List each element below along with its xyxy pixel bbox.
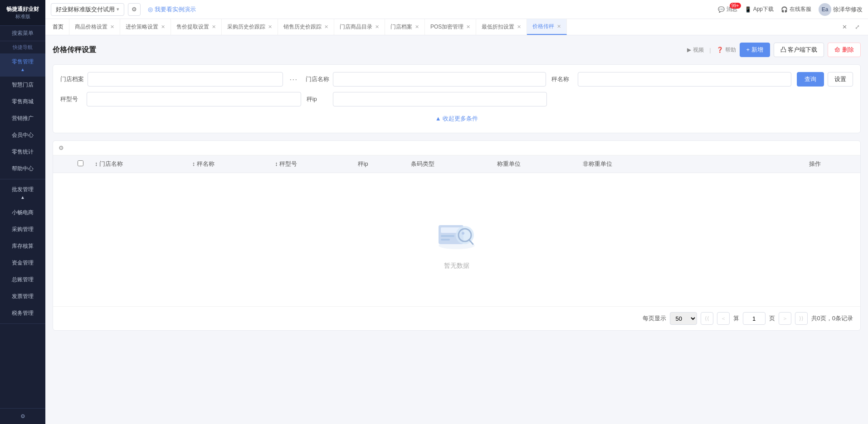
scale-ip-input[interactable] (333, 92, 547, 106)
filter-row-1: 门店档案 ··· 门店名称 秤名称 查询 设置 (60, 72, 853, 87)
next-page-btn[interactable]: ＞ (779, 312, 791, 325)
app-name: 畅捷通好业财 标准版 (4, 5, 42, 20)
tab-close-4[interactable]: ✕ (268, 24, 272, 30)
tab-0[interactable]: 首页 (47, 19, 69, 35)
caret-icon: ▲ (20, 67, 25, 72)
sidebar-item-10[interactable]: 库存核算 (0, 238, 45, 255)
version-caret-icon: ▾ (117, 6, 119, 12)
sidebar-item-4[interactable]: 会员中心 (0, 127, 45, 144)
sidebar: 畅捷通好业财 标准版 搜索菜单 快捷导航 零售管理▲智慧门店零售商城营销推广会员… (0, 0, 45, 424)
th-scale-model: ↕ 秤型号 (269, 155, 352, 173)
tab-5[interactable]: 销售历史价跟踪✕ (278, 19, 334, 35)
sidebar-item-14[interactable]: 税务管理 (0, 305, 45, 322)
sidebar-item-0[interactable]: 零售管理▲ (0, 53, 45, 77)
empty-state: 暂无数据 (53, 173, 860, 306)
store-archive-input[interactable] (88, 72, 283, 87)
pagination-bar: 每页显示 50 20 100 ⟨⟨ ＜ 算 页 ＞ ⟩⟩ 共0页，0条记录 (53, 306, 860, 330)
content-area: 价格传秤设置 ▶ 视频 | ❓ 帮助 + 新增 凸 客户端下载 命 (45, 35, 868, 424)
store-archive-dots[interactable]: ··· (287, 75, 300, 84)
svg-point-8 (462, 232, 464, 235)
sidebar-settings[interactable]: ⚙ (0, 408, 45, 424)
scale-model-input[interactable] (87, 92, 301, 106)
sidebar-item-13[interactable]: 发票管理 (0, 288, 45, 305)
sidebar-item-2[interactable]: 零售商城 (0, 93, 45, 110)
scale-model-label: 秤型号 (60, 95, 83, 103)
tab-4[interactable]: 采购历史价跟踪✕ (222, 19, 278, 35)
video-link[interactable]: ▶ 视频 (687, 46, 704, 54)
last-page-btn[interactable]: ⟩⟩ (795, 312, 808, 325)
tab-2[interactable]: 进价策略设置✕ (120, 19, 171, 35)
th-scale-name: ↕ 秤名称 (187, 155, 269, 173)
th-action: 操作 (804, 155, 860, 173)
tab-8[interactable]: POS加密管理✕ (425, 19, 476, 35)
collapse-filter-btn[interactable]: ▲ 收起更多条件 (60, 112, 853, 125)
demo-link[interactable]: ◎ 我要看实例演示 (148, 5, 196, 14)
store-name-input[interactable] (333, 72, 546, 87)
store-name-filter: 门店名称 (306, 72, 546, 87)
user-menu[interactable]: Ea 徐泽华修改 (819, 3, 863, 16)
add-button[interactable]: + 新增 (740, 43, 770, 57)
per-page-label: 每页显示 (643, 314, 666, 323)
tab-1[interactable]: 商品价格设置✕ (69, 19, 120, 35)
tab-10[interactable]: 价格传秤✕ (527, 19, 567, 35)
store-archive-filter: 门店档案 ··· (60, 72, 300, 87)
page-title: 价格传秤设置 (53, 45, 96, 55)
sidebar-item-12[interactable]: 总账管理 (0, 271, 45, 288)
sidebar-divider (0, 179, 45, 179)
scale-name-input[interactable] (578, 72, 791, 87)
tab-9[interactable]: 最低折扣设置✕ (476, 19, 527, 35)
tab-close-7[interactable]: ✕ (415, 24, 419, 30)
table-gear-icon[interactable]: ⚙ (59, 145, 64, 151)
search-menu[interactable]: 搜索菜单 (0, 26, 45, 41)
select-all-checkbox[interactable] (78, 160, 83, 166)
version-select[interactable]: 好业财标准版交付试用 ▾ (51, 3, 124, 16)
sidebar-item-7[interactable]: 批发管理▲ (0, 181, 45, 204)
message-button[interactable]: 💬 消息 99+ (718, 5, 737, 13)
sidebar-item-11[interactable]: 资金管理 (0, 255, 45, 271)
page-label: 算 (733, 314, 739, 323)
tab-close-8[interactable]: ✕ (466, 24, 470, 30)
tab-close-6[interactable]: ✕ (375, 24, 379, 30)
tab-close-10[interactable]: ✕ (557, 24, 561, 29)
tab-3[interactable]: 售价提取设置✕ (171, 19, 222, 35)
delete-button[interactable]: 命 删除 (828, 43, 861, 57)
sidebar-item-1[interactable]: 智慧门店 (0, 77, 45, 93)
scale-ip-filter: 秤ip (307, 92, 547, 106)
tab-7[interactable]: 门店档案✕ (385, 19, 425, 35)
sidebar-item-3[interactable]: 营销推广 (0, 110, 45, 127)
sidebar-item-6[interactable]: 帮助中心 (0, 160, 45, 177)
avatar: Ea (819, 3, 831, 16)
demo-icon: ◎ (148, 6, 153, 13)
topbar: 好业财标准版交付试用 ▾ ⚙ ◎ 我要看实例演示 💬 消息 99+ 📱 App下… (45, 0, 868, 19)
first-page-btn[interactable]: ⟨⟨ (701, 312, 713, 325)
tab-close-9[interactable]: ✕ (517, 24, 521, 30)
online-service-button[interactable]: 🎧 在线客服 (781, 5, 811, 13)
store-archive-label: 门店档案 (60, 75, 84, 83)
app-download-button[interactable]: 📱 App下载 (745, 5, 774, 13)
prev-page-btn[interactable]: ＜ (717, 312, 730, 325)
tab-close-3[interactable]: ✕ (212, 24, 216, 30)
help-link[interactable]: ❓ 帮助 (717, 46, 736, 54)
page-input[interactable] (743, 312, 766, 325)
quick-nav[interactable]: 快捷导航 (0, 41, 45, 53)
sidebar-item-8[interactable]: 小畅电商 (0, 204, 45, 221)
per-page-select[interactable]: 50 20 100 (670, 312, 697, 325)
video-icon: ▶ (687, 47, 691, 53)
tab-close-1[interactable]: ✕ (110, 24, 114, 30)
expand-tab-button[interactable]: ⤢ (852, 22, 863, 33)
download-button[interactable]: 凸 客户端下载 (774, 43, 824, 57)
th-barcode-type: 条码类型 (405, 155, 492, 173)
scale-ip-label: 秤ip (307, 95, 329, 103)
tab-close-5[interactable]: ✕ (324, 24, 328, 30)
tab-6[interactable]: 门店商品目录✕ (334, 19, 385, 35)
results-table: ↕ 门店名称 ↕ 秤名称 ↕ 秤型号 秤ip (53, 155, 860, 173)
query-button[interactable]: 查询 (797, 72, 824, 87)
svg-rect-3 (441, 235, 454, 237)
topbar-gear-icon[interactable]: ⚙ (128, 3, 141, 16)
sidebar-item-5[interactable]: 零售统计 (0, 144, 45, 160)
settings-btn[interactable]: 设置 (828, 72, 853, 87)
close-tab-button[interactable]: ✕ (839, 22, 850, 33)
sidebar-item-9[interactable]: 采购管理 (0, 221, 45, 238)
tab-close-2[interactable]: ✕ (161, 24, 165, 30)
filter-form: 门店档案 ··· 门店名称 秤名称 查询 设置 (53, 64, 861, 133)
